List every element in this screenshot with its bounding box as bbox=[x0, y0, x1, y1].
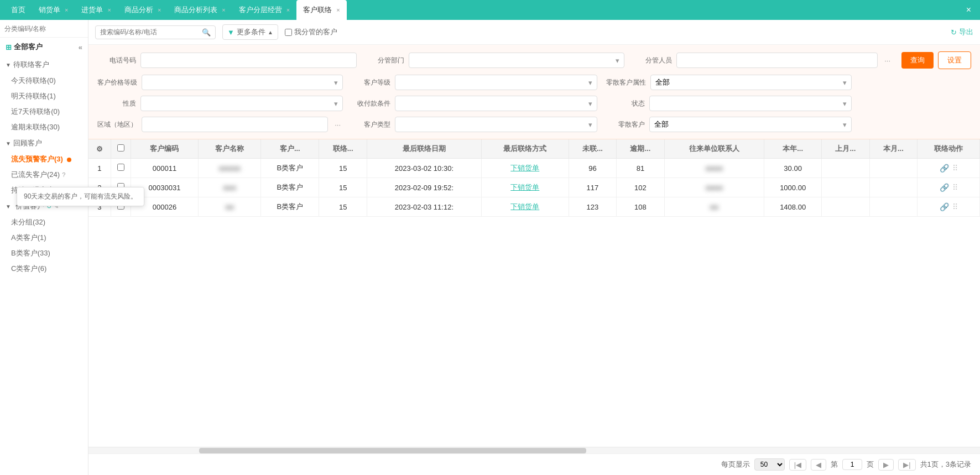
row-last-date: 2023-02-03 11:12: bbox=[367, 197, 481, 217]
sidebar-item-class-c[interactable]: C类客户(6) bbox=[0, 261, 88, 276]
phone-input[interactable] bbox=[140, 53, 357, 68]
filter-field-dept: 分管部门 ▾ bbox=[366, 53, 625, 68]
tab-home[interactable]: 首页 bbox=[4, 0, 32, 20]
my-customers-check[interactable] bbox=[285, 29, 292, 36]
tab-customer-contact-close[interactable]: × bbox=[336, 7, 340, 13]
more-conditions-label: 更多条件 bbox=[237, 27, 265, 37]
tab-customer-tier[interactable]: 客户分层经营 × bbox=[232, 0, 296, 20]
all-customers-header[interactable]: ⊞ 全部客户 « bbox=[0, 38, 88, 56]
next-page-button[interactable]: ▶ bbox=[878, 459, 894, 471]
cust-grade-label: 客户等级 bbox=[352, 78, 390, 87]
filter-row-3: 性质 ▾ 收付款条件 ▾ 状态 bbox=[97, 96, 971, 111]
all-customers-label: 全部客户 bbox=[14, 42, 43, 52]
tab-analysis[interactable]: 商品分析 × bbox=[118, 0, 168, 20]
region-label: 区域（地区） bbox=[97, 120, 137, 129]
tab-customer-tier-close[interactable]: × bbox=[286, 7, 290, 13]
row-last-month bbox=[822, 159, 869, 178]
price-grade-arrow-icon: ▾ bbox=[334, 79, 338, 87]
action-menu-icon-3[interactable]: ⠿ bbox=[952, 202, 958, 211]
sidebar-group-pending[interactable]: ▼ 待联络客户 bbox=[0, 56, 88, 73]
nature-arrow-icon: ▾ bbox=[334, 100, 338, 108]
row-last-date: 2023-03-02 10:30: bbox=[367, 159, 481, 178]
sidebar-search-input[interactable] bbox=[4, 25, 87, 33]
row-contact-person: ■■■■ bbox=[664, 178, 764, 197]
row-method-link-1[interactable]: 下销货单 bbox=[510, 164, 539, 172]
sidebar-item-today[interactable]: 今天待联络(0) bbox=[0, 73, 88, 88]
tab-sales-close[interactable]: × bbox=[65, 7, 68, 13]
first-page-button[interactable]: |◀ bbox=[789, 459, 806, 471]
tab-customer-contact[interactable]: 客户联络 × bbox=[296, 0, 346, 20]
tab-purchase-close[interactable]: × bbox=[107, 7, 111, 13]
export-button[interactable]: ↻ 导出 bbox=[951, 27, 973, 37]
row-type: B类客户 bbox=[261, 159, 319, 178]
sidebar: 🔍 ⊞ 全部客户 « ▼ 待联络客户 今天待联络(0) 明天待联络(1) 近7天… bbox=[0, 20, 88, 475]
tab-analysis-list[interactable]: 商品分析列表 × bbox=[168, 0, 232, 20]
sidebar-item-tomorrow[interactable]: 明天待联络(1) bbox=[0, 88, 88, 104]
row-unlisted: 96 bbox=[569, 159, 616, 178]
sidebar-item-7days[interactable]: 近7天待联络(0) bbox=[0, 104, 88, 119]
sidebar-item-churned[interactable]: 已流失客户(24) ? bbox=[0, 167, 88, 182]
select-all-checkbox[interactable] bbox=[117, 144, 124, 152]
nature-select[interactable]: ▾ bbox=[140, 96, 343, 111]
my-customers-checkbox[interactable]: 我分管的客户 bbox=[285, 27, 337, 37]
dept-select[interactable]: ▾ bbox=[409, 53, 625, 68]
zero-attr-select[interactable]: 全部 ▾ bbox=[650, 75, 852, 90]
arrow-icon-2: ▼ bbox=[6, 140, 11, 147]
row-method-link-3[interactable]: 下销货单 bbox=[510, 202, 539, 211]
nature-label: 性质 bbox=[97, 99, 136, 108]
sidebar-group-review[interactable]: ▼ 回顾客户 bbox=[0, 135, 88, 152]
row-last-method: 下销货单 bbox=[481, 178, 569, 197]
row-unlisted: 123 bbox=[569, 197, 616, 217]
tab-purchase[interactable]: 进货单 × bbox=[75, 0, 117, 20]
manager-select[interactable] bbox=[676, 53, 878, 68]
sidebar-item-ungrouped[interactable]: 未分组(32) bbox=[0, 215, 88, 230]
region-select[interactable] bbox=[142, 117, 328, 132]
last-page-button[interactable]: ▶| bbox=[898, 459, 915, 471]
settings-icon[interactable]: ⚙ bbox=[96, 145, 103, 153]
payment-select[interactable]: ▾ bbox=[395, 96, 597, 111]
price-grade-select[interactable]: ▾ bbox=[142, 75, 343, 90]
more-conditions-button[interactable]: ▼ 更多条件 ▲ bbox=[222, 24, 278, 40]
sidebar-item-churn-warning[interactable]: 流失预警客户(3) bbox=[0, 152, 88, 167]
search-input[interactable] bbox=[100, 28, 200, 36]
main-layout: 🔍 ⊞ 全部客户 « ▼ 待联络客户 今天待联络(0) 明天待联络(1) 近7天… bbox=[0, 20, 980, 475]
row-type: B类客户 bbox=[261, 178, 319, 197]
more-dots-manager[interactable]: ··· bbox=[882, 56, 893, 65]
window-close-button[interactable]: × bbox=[962, 5, 976, 15]
row-check bbox=[111, 159, 131, 178]
tab-sales[interactable]: 销货单 × bbox=[32, 0, 75, 20]
row-checkbox-1[interactable] bbox=[117, 164, 124, 171]
status-select[interactable]: ▾ bbox=[649, 96, 852, 111]
action-menu-icon-2[interactable]: ⠿ bbox=[952, 183, 958, 192]
action-link-icon-2[interactable]: 🔗 bbox=[940, 183, 949, 192]
search-box: 🔍 bbox=[95, 25, 216, 39]
action-menu-icon-1[interactable]: ⠿ bbox=[952, 164, 958, 173]
sidebar-item-class-b[interactable]: B类客户(33) bbox=[0, 246, 88, 261]
row-code: 000011 bbox=[131, 159, 199, 178]
sidebar-item-overdue[interactable]: 逾期未联络(30) bbox=[0, 119, 88, 135]
action-link-icon-1[interactable]: 🔗 bbox=[940, 164, 949, 173]
filter-field-status: 状态 ▾ bbox=[606, 96, 852, 111]
row-name: ■■ bbox=[199, 197, 261, 217]
settings-button[interactable]: 设置 bbox=[938, 51, 971, 69]
tab-analysis-close[interactable]: × bbox=[158, 7, 161, 13]
action-link-icon-3[interactable]: 🔗 bbox=[940, 202, 949, 211]
tab-analysis-list-close[interactable]: × bbox=[222, 7, 225, 13]
horizontal-scrollbar[interactable] bbox=[88, 447, 980, 453]
row-method-link-2[interactable]: 下销货单 bbox=[510, 183, 539, 191]
col-this-month-label: 本月... bbox=[883, 144, 904, 153]
horizontal-scroll-thumb[interactable] bbox=[199, 448, 586, 453]
more-dots-region[interactable]: ··· bbox=[332, 121, 343, 129]
filter-row-2: 客户价格等级 ▾ 客户等级 ▾ 零散客户属性 全部 bbox=[97, 75, 971, 90]
current-page-input[interactable] bbox=[842, 459, 862, 470]
zero-cust-select[interactable]: 全部 ▾ bbox=[649, 117, 852, 132]
prev-page-button[interactable]: ◀ bbox=[811, 459, 826, 471]
col-action-label: 联络动作 bbox=[934, 144, 963, 153]
per-page-select[interactable]: 50 100 200 bbox=[754, 458, 785, 471]
sidebar-item-class-a[interactable]: A类客户(1) bbox=[0, 230, 88, 246]
cust-type-select[interactable]: ▾ bbox=[395, 117, 597, 132]
cust-grade-select[interactable]: ▾ bbox=[395, 75, 597, 90]
tab-customer-contact-label: 客户联络 bbox=[303, 5, 332, 15]
row-last-month bbox=[822, 178, 869, 197]
query-button[interactable]: 查询 bbox=[901, 52, 934, 69]
